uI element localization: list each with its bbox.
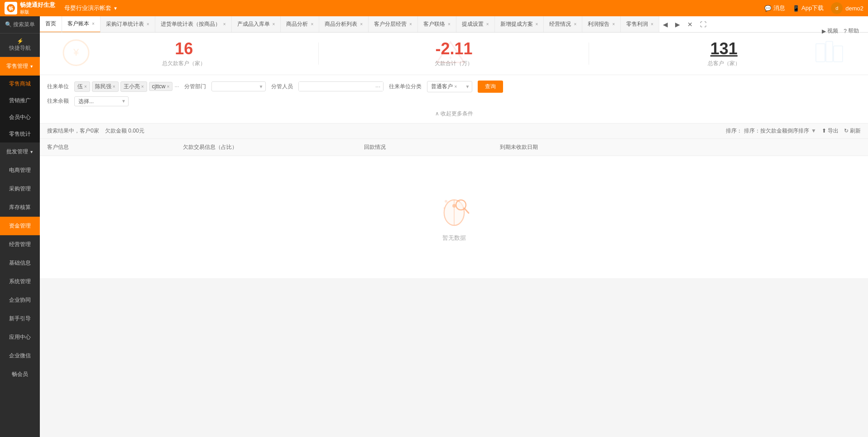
tab-close-icon[interactable]: × <box>651 22 653 27</box>
help-link[interactable]: ? 帮助 <box>844 33 859 35</box>
tab-close-all[interactable]: ✕ <box>684 16 696 33</box>
tag-close-icon[interactable]: × <box>141 84 144 89</box>
sidebar-item-purchase[interactable]: 采购管理 <box>0 180 40 198</box>
tab-close-icon[interactable]: × <box>486 22 489 27</box>
tab-customer-contact[interactable]: 客户联络 × <box>418 16 456 33</box>
tab-retail-profit[interactable]: 零售利润 × <box>621 16 659 33</box>
svg-text:+: + <box>449 54 452 61</box>
help-icon: ? <box>844 33 847 34</box>
dept-select[interactable] <box>211 81 266 91</box>
stat-all-customers: 131 总客户（家） <box>589 40 859 67</box>
sidebar-item-enterprise[interactable]: 企业协同 <box>0 291 40 309</box>
sidebar-item-system[interactable]: 系统管理 <box>0 272 40 291</box>
tab-home[interactable]: 首页 <box>40 16 62 33</box>
svg-line-14 <box>465 209 469 213</box>
sidebar-search[interactable]: 🔍 搜索菜单 <box>0 16 40 33</box>
sidebar-item-retail-mgmt[interactable]: 零售管理 ▼ <box>0 57 40 76</box>
tab-profit-report[interactable]: 利润报告 × <box>582 16 621 33</box>
more-icon[interactable]: ··· <box>375 83 381 90</box>
tab-inbound-stats[interactable]: 进货单统计表（按商品） × <box>155 16 232 33</box>
main-layout: 🔍 搜索菜单 ⚡ 快捷导航 零售管理 ▼ 零售商城 营销推广 会员中心 <box>0 16 868 437</box>
more-tags-btn[interactable]: ··· <box>174 83 179 90</box>
tab-nav-left[interactable]: ◀ <box>659 16 671 33</box>
chevron-up-icon: ∧ <box>435 110 439 117</box>
sidebar-item-inventory[interactable]: 库存核算 <box>0 198 40 217</box>
help-area: ▶ 视频 ? 帮助 <box>822 33 859 35</box>
user-avatar[interactable]: d demo2 <box>831 2 863 14</box>
unit-class-label: 往来单位分类 <box>389 83 422 90</box>
sidebar-item-ecommerce[interactable]: 电商管理 <box>0 161 40 180</box>
tab-product-analysis-list[interactable]: 商品分析列表 × <box>319 16 369 33</box>
tab-close-icon[interactable]: × <box>574 22 576 27</box>
result-summary: 搜索结果中，客户0家 欠款金额 0.00元 <box>47 127 144 135</box>
sidebar-item-basic-info[interactable]: 基础信息 <box>0 254 40 272</box>
tab-business-status[interactable]: 经营情况 × <box>544 16 582 33</box>
tab-fullscreen[interactable]: ⛶ <box>696 16 710 33</box>
tab-production-inbound[interactable]: 产成品入库单 × <box>232 16 281 33</box>
sidebar-item-retail-mall[interactable]: 零售商城 <box>0 76 40 92</box>
sidebar-item-finance[interactable]: 资金管理 <box>0 217 40 235</box>
tag-close-icon[interactable]: × <box>454 84 457 89</box>
tab-bar: 首页 客户账本 × 采购订单统计表 × 进货单统计表（按商品） × 产成品入库单… <box>40 16 868 33</box>
app-download-btn[interactable]: 📱 App下载 <box>792 4 824 12</box>
tab-customer-ledger[interactable]: 客户账本 × <box>62 16 101 33</box>
sidebar-item-wholesale[interactable]: 批发管理 ▼ <box>0 142 40 161</box>
tab-close-icon[interactable]: × <box>448 22 451 27</box>
tab-purchase-order-stats[interactable]: 采购订单统计表 × <box>101 16 155 33</box>
video-link[interactable]: ▶ 视频 <box>822 33 838 35</box>
svg-text:畅: 畅 <box>9 6 13 11</box>
unit-tag-2[interactable]: 王小亮 × <box>120 81 147 92</box>
tab-close-icon[interactable]: × <box>311 22 313 27</box>
dept-label: 分管部门 <box>184 83 206 90</box>
sidebar-item-operation[interactable]: 经营管理 <box>0 235 40 254</box>
tab-close-icon[interactable]: × <box>612 22 615 27</box>
tab-close-icon[interactable]: × <box>360 22 363 27</box>
tab-commission-settings[interactable]: 提成设置 × <box>456 16 495 33</box>
tag-close-icon[interactable]: × <box>84 84 87 89</box>
sidebar-item-app-center[interactable]: 应用中心 <box>0 328 40 347</box>
sidebar-item-wechat[interactable]: 企业微信 <box>0 347 40 365</box>
tab-customer-tier[interactable]: 客户分层经营 × <box>369 16 418 33</box>
sort-arrow-icon[interactable]: ▼ <box>811 128 816 134</box>
quick-nav[interactable]: ⚡ 快捷导航 <box>0 33 40 57</box>
query-button[interactable]: 查询 <box>478 81 503 93</box>
tab-close-icon[interactable]: × <box>409 22 412 27</box>
tag-close-icon[interactable]: × <box>113 84 115 89</box>
person-input[interactable] <box>299 82 383 91</box>
sidebar-item-member[interactable]: 会员中心 <box>0 109 40 126</box>
svg-rect-5 <box>816 44 825 62</box>
tab-close-icon[interactable]: × <box>273 22 275 27</box>
tab-close-icon[interactable]: × <box>92 21 95 26</box>
refresh-btn[interactable]: ↻ 刷新 <box>844 127 861 135</box>
unit-tag-0[interactable]: 伍 × <box>74 81 90 92</box>
balance-select[interactable]: 选择... <box>74 96 129 106</box>
sort-label: 排序： <box>726 127 742 135</box>
result-actions: 排序： 排序：按欠款金额倒序排序 ▼ ⬆ 导出 ↻ 刷新 <box>726 127 861 135</box>
tab-add-commission[interactable]: 新增提成方案 × <box>495 16 544 33</box>
tab-close-icon[interactable]: × <box>147 22 149 27</box>
tab-product-analysis[interactable]: 商品分析 × <box>281 16 319 33</box>
svg-rect-6 <box>826 42 833 62</box>
chevron-icon: ▼ <box>29 150 34 154</box>
messages-btn[interactable]: 💬 消息 <box>764 4 785 12</box>
tab-nav-right[interactable]: ▶ <box>671 16 684 33</box>
sidebar-item-guide[interactable]: 新手引导 <box>0 309 40 328</box>
sidebar-item-marketing[interactable]: 营销推广 <box>0 92 40 109</box>
tab-close-icon[interactable]: × <box>536 22 538 27</box>
balance-label: 往来余额 <box>47 97 69 105</box>
tab-close-icon[interactable]: × <box>223 22 226 27</box>
tag-close-icon[interactable]: × <box>167 84 170 89</box>
export-icon: ⬆ <box>822 128 826 134</box>
sidebar-item-retail-stats[interactable]: 零售统计 <box>0 126 40 142</box>
refresh-icon: ↻ <box>844 128 849 134</box>
sidebar-item-membership[interactable]: 畅会员 <box>0 365 40 384</box>
unit-class-tag[interactable]: 普通客户 × <box>431 83 457 90</box>
unit-tag-1[interactable]: 陈民强 × <box>92 81 119 92</box>
export-btn[interactable]: ⬆ 导出 <box>822 127 839 135</box>
unit-tag-3[interactable]: cjttcw × <box>149 82 173 91</box>
collapse-btn[interactable]: ∧ 收起更多条件 <box>435 110 473 118</box>
industry-selector[interactable]: 母婴行业演示帐套 ▼ <box>64 4 118 12</box>
svg-rect-7 <box>834 46 843 62</box>
person-input-wrap: ··· <box>298 81 384 91</box>
empty-text: 暂无数据 <box>442 234 466 242</box>
